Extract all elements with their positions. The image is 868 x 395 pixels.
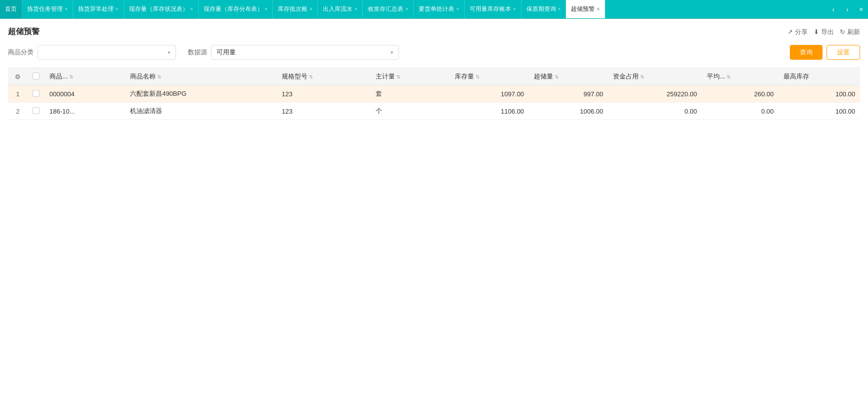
cell-stock: 1106.00: [450, 103, 529, 120]
cell-product-code: 0000004: [44, 85, 125, 103]
nav-tab-order-stats[interactable]: 要货单统计表 ×: [414, 0, 465, 19]
settings-gear-icon[interactable]: ⚙: [15, 73, 21, 80]
sort-stock-icon[interactable]: ⇅: [476, 74, 479, 79]
share-icon: ↗: [787, 28, 793, 36]
close-tab-inventory-dist-icon[interactable]: ×: [265, 6, 268, 12]
cell-unit: 套: [371, 85, 450, 103]
th-product-code: 商品...⇅: [44, 68, 125, 85]
sort-avg-icon[interactable]: ⇅: [727, 74, 731, 79]
close-tab-batch-account-icon[interactable]: ×: [309, 6, 312, 12]
cell-product-name: 六配套新昌490BPG: [125, 85, 277, 103]
close-tab-inout-flow-icon[interactable]: ×: [354, 6, 357, 12]
sort-spec-icon[interactable]: ⇅: [309, 74, 313, 79]
table-header: ⚙ 商品...⇅ 商品名称⇅ 规格型号⇅ 主计量⇅ 库存量⇅: [8, 68, 860, 85]
sort-product-name-icon[interactable]: ⇅: [157, 74, 161, 79]
nav-tab-receive-send[interactable]: 收发存汇总表 ×: [363, 0, 414, 19]
refresh-icon: ↻: [840, 28, 845, 36]
table-body: 1 0000004 六配套新昌490BPG 123 套 1097.00 997.…: [8, 85, 860, 120]
cell-stock: 1097.00: [450, 85, 529, 103]
th-product-name: 商品名称⇅: [125, 68, 277, 85]
nav-tab-task-mgmt[interactable]: 拣货任务管理 ×: [22, 0, 73, 19]
nav-tab-quality-check[interactable]: 保质期查询 ×: [521, 0, 566, 19]
header-actions: ↗ 分享 ⬇ 导出 ↻ 刷新: [787, 28, 860, 37]
nav-tab-avail-ledger[interactable]: 可用量库存账本 ×: [465, 0, 521, 19]
row-checkbox[interactable]: [33, 90, 40, 97]
category-label: 商品分类: [8, 48, 34, 57]
category-filter: 商品分类 ▾: [8, 45, 176, 60]
cell-spec: 123: [277, 103, 371, 120]
cell-max-stock: 100.00: [779, 103, 860, 120]
nav-tab-inventory-status[interactable]: 现存量（库存状况表） ×: [124, 0, 199, 19]
nav-tab-batch-account[interactable]: 库存批次账 ×: [273, 0, 318, 19]
category-chevron-icon: ▾: [168, 49, 171, 56]
sort-overstock-icon[interactable]: ⇅: [555, 74, 559, 79]
query-button[interactable]: 查询: [790, 45, 823, 60]
close-tab-order-stats-icon[interactable]: ×: [456, 6, 459, 12]
close-tab-overstock-warn-icon[interactable]: ×: [597, 6, 600, 12]
th-unit: 主计量⇅: [371, 68, 450, 85]
datasource-value: 可用量: [217, 48, 236, 57]
nav-tab-inout-flow[interactable]: 出入库流水 ×: [318, 0, 363, 19]
close-tab-receive-send-icon[interactable]: ×: [405, 6, 408, 12]
filter-actions: 查询 设置: [790, 45, 860, 60]
filter-bar: 商品分类 ▾ 数据源 可用量 ▾ 查询 设置: [8, 45, 860, 60]
nav-tab-home[interactable]: 首页: [0, 0, 22, 19]
nav-tab-inventory-dist[interactable]: 现存量（库存分布表） ×: [199, 0, 273, 19]
cell-capital: 0.00: [608, 103, 702, 120]
nav-tab-overstock-warn[interactable]: 超储预警 ×: [566, 0, 605, 19]
cell-product-code: 186-10...: [44, 103, 125, 120]
page-header: 超储预警 ↗ 分享 ⬇ 导出 ↻ 刷新: [8, 27, 860, 37]
th-overstock: 超储量⇅: [529, 68, 608, 85]
th-stock: 库存量⇅: [450, 68, 529, 85]
cell-index: 1: [8, 85, 28, 103]
close-tab-abnormal-icon[interactable]: ×: [116, 6, 119, 12]
datasource-filter: 数据源 可用量 ▾: [188, 45, 399, 60]
share-button[interactable]: ↗ 分享: [787, 28, 808, 37]
nav-arrow-right[interactable]: ›: [840, 0, 854, 19]
th-checkbox: [28, 68, 44, 85]
sort-unit-icon[interactable]: ⇅: [396, 74, 400, 79]
cell-checkbox: [28, 103, 44, 120]
cell-unit: 个: [371, 103, 450, 120]
datasource-select[interactable]: 可用量 ▾: [211, 45, 399, 60]
nav-arrow-left[interactable]: ‹: [826, 0, 840, 19]
nav-arrows: ‹ › ×: [826, 0, 868, 19]
cell-index: 2: [8, 103, 28, 120]
cell-max-stock: 100.00: [779, 85, 860, 103]
top-nav: 首页拣货任务管理 ×拣货异常处理 ×现存量（库存状况表） ×现存量（库存分布表）…: [0, 0, 868, 19]
close-tab-task-mgmt-icon[interactable]: ×: [65, 6, 68, 12]
nav-tab-abnormal[interactable]: 拣货异常处理 ×: [73, 0, 124, 19]
cell-product-name: 机油滤清器: [125, 103, 277, 120]
datasource-label: 数据源: [188, 48, 207, 57]
table-row: 2 186-10... 机油滤清器 123 个 1106.00 1006.00 …: [8, 103, 860, 120]
close-tab-inventory-status-icon[interactable]: ×: [190, 6, 193, 12]
th-avg: 平均...⇅: [702, 68, 779, 85]
row-checkbox[interactable]: [33, 107, 40, 114]
cell-avg: 260.00: [702, 85, 779, 103]
datasource-chevron-icon: ▾: [391, 49, 393, 56]
page-title: 超储预警: [8, 27, 40, 37]
cell-checkbox: [28, 85, 44, 103]
data-table: ⚙ 商品...⇅ 商品名称⇅ 规格型号⇅ 主计量⇅ 库存量⇅: [8, 68, 860, 120]
cell-capital: 259220.00: [608, 85, 702, 103]
sort-capital-icon[interactable]: ⇅: [640, 74, 644, 79]
refresh-button[interactable]: ↻ 刷新: [840, 28, 860, 37]
export-button[interactable]: ⬇ 导出: [814, 28, 834, 37]
cell-avg: 0.00: [702, 103, 779, 120]
nav-arrow-close[interactable]: ×: [854, 0, 868, 19]
th-spec: 规格型号⇅: [277, 68, 371, 85]
main-content: 超储预警 ↗ 分享 ⬇ 导出 ↻ 刷新 商品分类 ▾ 数据源: [0, 19, 868, 395]
set-button[interactable]: 设置: [826, 45, 860, 60]
close-tab-quality-check-icon[interactable]: ×: [558, 6, 561, 12]
header-checkbox[interactable]: [33, 73, 40, 79]
table-row: 1 0000004 六配套新昌490BPG 123 套 1097.00 997.…: [8, 85, 860, 103]
sort-product-code-icon[interactable]: ⇅: [69, 74, 73, 79]
category-select[interactable]: ▾: [38, 45, 176, 60]
export-icon: ⬇: [814, 28, 819, 36]
cell-overstock: 997.00: [529, 85, 608, 103]
th-capital: 资金占用⇅: [608, 68, 702, 85]
cell-spec: 123: [277, 85, 371, 103]
th-settings: ⚙: [8, 68, 28, 85]
cell-overstock: 1006.00: [529, 103, 608, 120]
close-tab-avail-ledger-icon[interactable]: ×: [513, 6, 516, 12]
